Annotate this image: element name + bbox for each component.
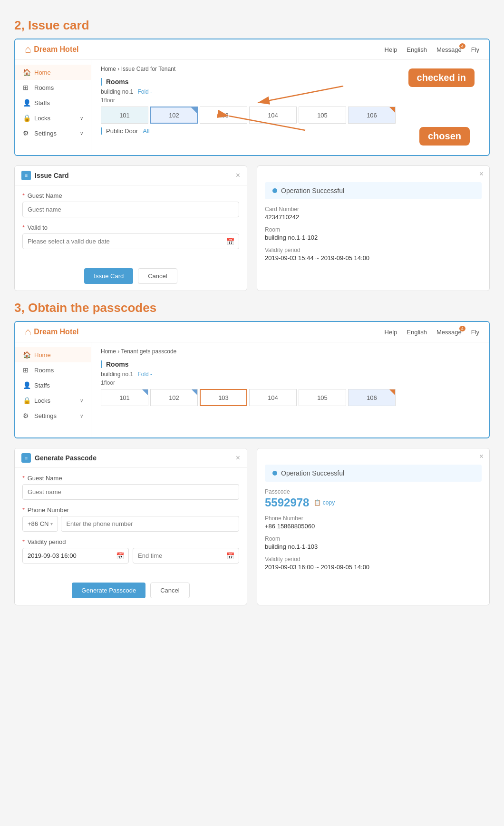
generate-passcode-cancel-btn[interactable]: Cancel — [150, 583, 189, 598]
card-validity-value: 2019-09-03 15:44 ~ 2019-09-05 14:00 — [265, 254, 482, 262]
room2-102-label: 102 — [169, 394, 179, 401]
sidebar2-staffs-label: Staffs — [34, 382, 50, 389]
public-door-label: Public Door — [106, 127, 138, 135]
issue-card-close[interactable]: × — [236, 171, 240, 180]
room-106-label: 106 — [367, 112, 377, 119]
generate-passcode-header: ≡ Generate Passcode × — [15, 448, 247, 468]
sidebar-item-settings[interactable]: ⚙ Settings ∨ — [15, 126, 91, 141]
generate-passcode-btn[interactable]: Generate Passcode — [72, 583, 145, 598]
modals-row-1: ≡ Issue Card × * Guest Name * Valid to — [14, 165, 490, 291]
gp-start-time-input[interactable] — [22, 548, 129, 564]
passcode-room-label: Room — [265, 535, 482, 542]
copy-label: copy — [323, 499, 335, 506]
gp-phone-required: * — [22, 506, 25, 514]
generate-passcode-footer: Generate Passcode Cancel — [15, 577, 247, 605]
hotel-body-2: 🏠 Home ⊞ Rooms 👤 Staffs 🔒 Locks ∨ ⚙ Sett… — [15, 342, 489, 437]
success-passcode-close[interactable]: × — [479, 452, 484, 461]
room2-101[interactable]: 101 — [101, 389, 148, 406]
passcode-validity-label: Validity period — [265, 556, 482, 563]
all-link[interactable]: All — [143, 127, 149, 135]
success-card-close[interactable]: × — [479, 170, 484, 178]
passcode-room-value: building no.1-1-103 — [265, 543, 482, 550]
valid-to-input[interactable] — [22, 233, 239, 249]
breadcrumb2-home[interactable]: Home — [101, 348, 116, 355]
nav2-message[interactable]: Message — [436, 329, 462, 336]
room2-105[interactable]: 105 — [299, 389, 346, 406]
gp-guest-name-input[interactable] — [22, 484, 239, 500]
success-card-panel: × Operation Successful Card Number 42347… — [257, 165, 490, 291]
sidebar2-item-home[interactable]: 🏠 Home — [15, 347, 91, 362]
fold-link-2[interactable]: Fold - — [137, 371, 152, 378]
nav-message[interactable]: Message — [436, 46, 462, 53]
nav2-english[interactable]: English — [407, 329, 427, 336]
room2-102[interactable]: 102 — [150, 389, 198, 406]
sidebar2-item-locks[interactable]: 🔒 Locks ∨ — [15, 393, 91, 408]
gp-end-time-input[interactable] — [133, 548, 239, 564]
hotel-logo-1: ⌂ Dream Hotel — [25, 43, 79, 56]
sidebar-item-locks[interactable]: 🔒 Locks ∨ — [15, 110, 91, 126]
gp-phone-input[interactable] — [61, 516, 239, 532]
room2-101-label: 101 — [119, 394, 130, 401]
room-104[interactable]: 104 — [249, 107, 297, 124]
room-104-label: 104 — [268, 112, 278, 119]
room-101[interactable]: 101 — [101, 107, 148, 124]
nav-fly[interactable]: Fly — [471, 46, 479, 53]
room-106[interactable]: 106 — [348, 107, 396, 124]
card-validity-field: Validity period 2019-09-03 15:44 ~ 2019-… — [265, 247, 482, 262]
hotel-sidebar-2: 🏠 Home ⊞ Rooms 👤 Staffs 🔒 Locks ∨ ⚙ Sett… — [15, 342, 91, 437]
issue-card-cancel-btn[interactable]: Cancel — [138, 268, 177, 284]
home2-icon: 🏠 — [23, 351, 30, 359]
end-calendar-icon: 📅 — [226, 552, 234, 560]
success-card-body: Card Number 4234710242 Room building no.… — [257, 206, 489, 275]
floor-label-2: 1floor — [101, 379, 479, 386]
sidebar-settings-label: Settings — [34, 130, 57, 137]
gp-end-time-wrapper: 📅 — [133, 548, 239, 564]
success-passcode-dot — [272, 471, 277, 476]
room2-106[interactable]: 106 — [348, 389, 396, 406]
sidebar2-item-staffs[interactable]: 👤 Staffs — [15, 378, 91, 393]
room-105[interactable]: 105 — [299, 107, 346, 124]
rooms-grid-2: 101 102 103 104 105 106 — [101, 389, 479, 406]
settings-arrow-icon: ∨ — [80, 131, 83, 136]
room2-102-triangle — [192, 389, 197, 395]
room-102-triangle — [191, 107, 197, 113]
breadcrumb2-page: Tenant gets passcode — [121, 348, 176, 355]
sidebar2-locks-label: Locks — [34, 397, 50, 404]
copy-button[interactable]: 📋 copy — [314, 499, 335, 506]
copy-icon: 📋 — [314, 499, 321, 506]
room2-103[interactable]: 103 — [200, 389, 247, 406]
issue-card-btn[interactable]: Issue Card — [84, 268, 133, 284]
nav2-fly[interactable]: Fly — [471, 329, 479, 336]
room2-104-label: 104 — [268, 394, 278, 401]
nav-help[interactable]: Help — [385, 46, 397, 53]
sidebar-item-home[interactable]: 🏠 Home — [15, 65, 91, 80]
gp-phone-country[interactable]: +86 CN ▾ — [22, 516, 58, 532]
valid-to-field: * Valid to 📅 — [22, 224, 239, 249]
fold-link-1[interactable]: Fold - — [137, 88, 152, 95]
sidebar2-item-rooms[interactable]: ⊞ Rooms — [15, 362, 91, 378]
generate-passcode-close[interactable]: × — [236, 454, 240, 462]
success-passcode-status-text: Operation Successful — [281, 469, 344, 477]
nav2-help[interactable]: Help — [385, 329, 397, 336]
sidebar2-item-settings[interactable]: ⚙ Settings ∨ — [15, 408, 91, 423]
valid-to-required: * — [22, 224, 25, 231]
success-passcode-status: Operation Successful — [265, 465, 482, 482]
room-101-label: 101 — [119, 112, 130, 119]
sidebar-item-rooms[interactable]: ⊞ Rooms — [15, 80, 91, 95]
sidebar-item-staffs[interactable]: 👤 Staffs — [15, 95, 91, 110]
gp-phone-field: * Phone Number +86 CN ▾ — [22, 506, 239, 532]
passcode-value: 5592978 — [265, 496, 309, 509]
section1-title: 2, Issue card — [14, 18, 490, 33]
room-102[interactable]: 102 — [150, 107, 198, 124]
valid-to-input-wrapper: 📅 — [22, 233, 239, 249]
nav-english[interactable]: English — [407, 46, 427, 53]
card-number-value: 4234710242 — [265, 214, 482, 221]
gp-phone-label: * Phone Number — [22, 506, 239, 514]
breadcrumb-home[interactable]: Home — [101, 66, 116, 72]
sidebar-locks-label: Locks — [34, 115, 50, 122]
room-103[interactable]: 103 — [200, 107, 247, 124]
locks-icon: 🔒 — [23, 114, 30, 122]
guest-name-input[interactable] — [22, 202, 239, 217]
card-validity-label: Validity period — [265, 247, 482, 253]
room2-104[interactable]: 104 — [249, 389, 297, 406]
